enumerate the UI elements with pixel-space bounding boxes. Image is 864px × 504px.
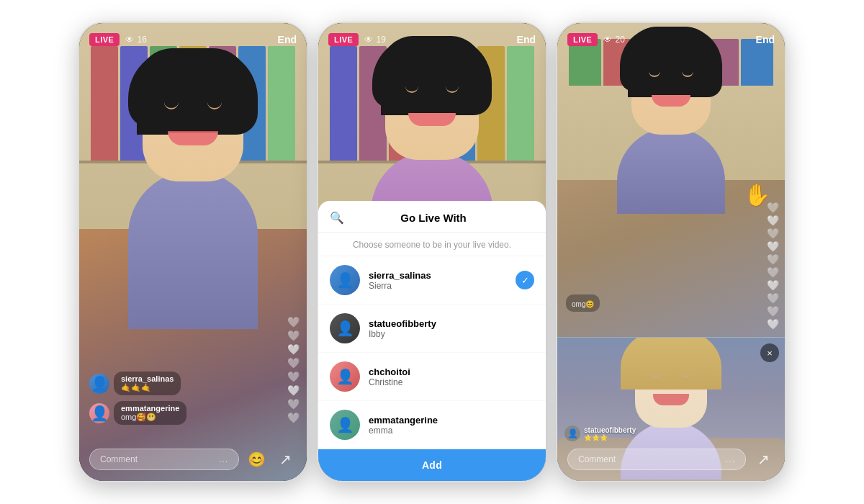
- user-handle-1: statueofibberty: [369, 318, 534, 329]
- user-list: 👤 sierra_salinas Sierra ✓ 👤 statueofibbe…: [318, 256, 546, 449]
- user-handle-0: sierra_salinas: [369, 270, 507, 281]
- body-left: [128, 171, 258, 329]
- left-avatar-face-2: 👤: [89, 403, 109, 423]
- middle-person-head: [385, 52, 479, 160]
- user-face-0: 👤: [330, 265, 360, 295]
- right-top-head: [631, 41, 711, 135]
- right-share-button[interactable]: ↗: [752, 448, 775, 471]
- r-heart-5: 🤍: [767, 253, 779, 265]
- hair-left-2: [137, 48, 258, 135]
- left-comment-avatar-2: 👤: [89, 403, 109, 423]
- left-live-badge: LIVE: [89, 33, 120, 46]
- user-info-1: statueofibberty Ibby: [369, 318, 534, 339]
- guest-stars: ⭐⭐⭐: [584, 434, 636, 441]
- split-close-button[interactable]: ×: [760, 343, 779, 362]
- search-icon[interactable]: 🔍: [330, 211, 344, 225]
- left-comment-msg-1: 🤙🤙🤙: [121, 383, 174, 392]
- user-name-2: Christine: [369, 377, 534, 387]
- middle-top-bar: LIVE 👁 19 End: [328, 33, 536, 46]
- heart-1: 🤍: [287, 316, 300, 328]
- mouth-left: [168, 131, 218, 145]
- user-name-0: Sierra: [369, 281, 507, 291]
- r-heart-9: 🤍: [767, 305, 779, 317]
- user-face-3: 👤: [330, 410, 360, 440]
- left-comment-bubble-2: emmatangerine omg🥰😬: [114, 401, 186, 425]
- heart-5: 🤍: [287, 371, 300, 382]
- right-top-face: [631, 41, 711, 135]
- user-avatar-0: 👤: [330, 265, 360, 295]
- left-top-left: LIVE 👁 16: [89, 33, 147, 46]
- left-hearts: 🤍 🤍 🤍 🤍 🤍 🤍 🤍 🤍: [287, 316, 300, 423]
- r-heart-8: 🤍: [767, 292, 779, 304]
- right-top-bar: LIVE 👁 20 End: [567, 33, 775, 46]
- left-avatar-face-1: 👤: [89, 374, 109, 394]
- heart-4: 🤍: [287, 357, 300, 369]
- left-emoji-button[interactable]: 😊: [245, 448, 268, 471]
- heart-3: 🤍: [287, 343, 300, 355]
- user-item-3[interactable]: 👤 emmatangerine emma: [318, 401, 546, 449]
- r-heart-10: 🤍: [767, 318, 779, 330]
- right-viewer-count: 👁 20: [603, 35, 624, 45]
- face-left: [143, 66, 243, 181]
- user-check-0: ✓: [516, 271, 534, 289]
- guest-head: [635, 345, 707, 428]
- top-comment-area: omg😊: [566, 294, 600, 312]
- middle-mouth: [408, 113, 456, 126]
- left-phone: LIVE 👁 16 End 👤 sierra_salinas 🤙🤙🤙: [78, 22, 308, 482]
- guest-username: statueofibberty: [584, 426, 636, 434]
- r-heart-4: 🤍: [767, 240, 779, 252]
- top-comment-text: omg😊: [572, 300, 594, 308]
- right-phone: ✋ omg😊: [556, 22, 786, 482]
- right-bottom-bar: Comment ... ↗: [567, 448, 775, 471]
- middle-end-button[interactable]: End: [517, 34, 536, 45]
- modal-subtitle: Choose someone to be in your live video.: [318, 233, 546, 256]
- go-live-with-modal: 🔍 Go Live With Choose someone to be in y…: [318, 201, 546, 481]
- user-item-2[interactable]: 👤 chchoitoi Christine: [318, 353, 546, 401]
- middle-hair-2: [381, 36, 492, 115]
- guest-info: statueofibberty ⭐⭐⭐: [584, 426, 636, 441]
- right-hearts: 🤍 🤍 🤍 🤍 🤍 🤍 🤍 🤍 🤍 🤍: [767, 202, 779, 330]
- heart-7: 🤍: [287, 398, 300, 410]
- user-avatar-1: 👤: [330, 313, 360, 343]
- left-comment-2: 👤 emmatangerine omg🥰😬: [89, 401, 271, 425]
- left-share-button[interactable]: ↗: [274, 448, 297, 471]
- right-body-top: [617, 127, 725, 214]
- guest-mini-avatar: 👤: [564, 426, 580, 441]
- user-name-1: Ibby: [369, 329, 534, 339]
- user-face-2: 👤: [330, 361, 360, 392]
- left-comment-msg-2: omg🥰😬: [121, 413, 179, 422]
- top-comment-bubble: omg😊: [566, 294, 600, 312]
- guest-face: [635, 345, 707, 428]
- left-comment-avatar-1: 👤: [89, 374, 109, 394]
- add-button[interactable]: Add: [318, 449, 546, 481]
- right-top-left: LIVE 👁 20: [567, 33, 625, 46]
- person-head-left: [143, 66, 243, 181]
- right-top-person: [557, 23, 785, 337]
- screens-container: LIVE 👁 16 End 👤 sierra_salinas 🤙🤙🤙: [0, 0, 864, 504]
- left-viewer-count: 👁 16: [125, 35, 146, 45]
- guest-hair: [621, 337, 721, 390]
- left-end-button[interactable]: End: [278, 34, 297, 45]
- left-comment-input[interactable]: Comment ...: [89, 449, 239, 470]
- user-info-2: chchoitoi Christine: [369, 366, 534, 387]
- right-end-button[interactable]: End: [756, 34, 775, 45]
- left-top-bar: LIVE 👁 16 End: [89, 33, 297, 46]
- user-item-1[interactable]: 👤 statueofibberty Ibby: [318, 305, 546, 353]
- heart-8: 🤍: [287, 412, 300, 423]
- middle-top-left: LIVE 👁 19: [328, 33, 386, 46]
- user-name-3: emma: [369, 426, 534, 436]
- left-comment-1: 👤 sierra_salinas 🤙🤙🤙: [89, 372, 271, 395]
- right-dots: ...: [726, 454, 735, 464]
- left-comment-username-1: sierra_salinas: [121, 374, 174, 383]
- right-comment-input[interactable]: Comment ...: [567, 449, 746, 470]
- r-heart-2: 🤍: [767, 215, 779, 226]
- left-bottom-bar: Comment ... 😊 ↗: [89, 448, 297, 471]
- split-top: ✋ omg😊: [557, 23, 785, 337]
- split-screen: ✋ omg😊: [557, 23, 785, 481]
- right-comment-placeholder: Comment: [578, 454, 616, 464]
- heart-6: 🤍: [287, 384, 300, 396]
- middle-viewer-count: 👁 19: [364, 35, 385, 45]
- r-heart-1: 🤍: [767, 202, 779, 213]
- user-item-0[interactable]: 👤 sierra_salinas Sierra ✓: [318, 256, 546, 305]
- left-comment-username-2: emmatangerine: [121, 404, 179, 413]
